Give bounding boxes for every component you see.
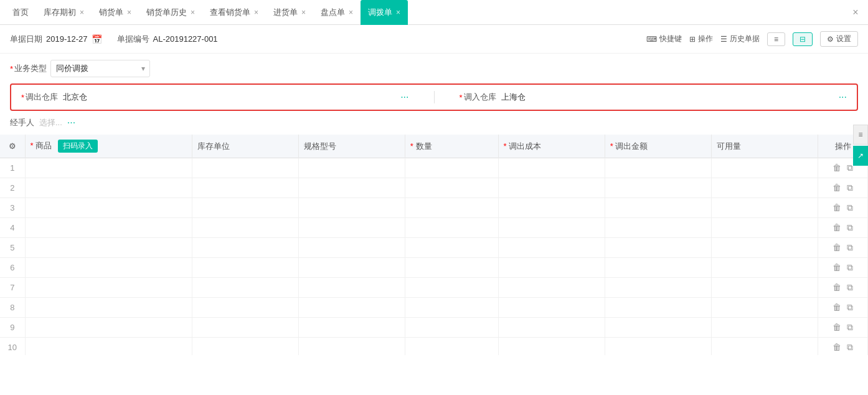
row-unit[interactable] [192, 318, 298, 338]
calendar-icon[interactable]: 📅 [92, 34, 102, 44]
copy-icon[interactable]: ⧉ [847, 222, 853, 232]
row-cost[interactable] [498, 178, 605, 198]
copy-icon[interactable]: ⧉ [847, 242, 853, 252]
tab-inventory-check[interactable]: 盘点单 × [313, 0, 361, 25]
row-qty[interactable] [405, 258, 498, 278]
row-spec[interactable] [298, 158, 405, 178]
row-unit[interactable] [192, 338, 298, 356]
row-qty[interactable] [405, 338, 498, 356]
row-product[interactable] [25, 178, 192, 198]
row-amount[interactable] [605, 278, 711, 298]
row-amount[interactable] [605, 178, 711, 198]
window-close-button[interactable]: × [848, 5, 863, 20]
scan-input-button[interactable]: 扫码录入 [58, 140, 98, 153]
row-amount[interactable] [605, 198, 711, 218]
tab-inventory-init-close[interactable]: × [80, 8, 84, 17]
row-cost[interactable] [498, 298, 605, 318]
business-type-select-wrapper[interactable]: 同价调拨 ▾ [50, 60, 150, 77]
delete-icon[interactable]: 🗑 [833, 242, 841, 252]
row-qty[interactable] [405, 238, 498, 258]
row-spec[interactable] [298, 338, 405, 356]
row-cost[interactable] [498, 198, 605, 218]
tab-sales-history-close[interactable]: × [191, 8, 195, 17]
settings-button[interactable]: ⚙ 设置 [820, 31, 858, 47]
tab-transfer-order-close[interactable]: × [396, 8, 400, 17]
row-cost[interactable] [498, 238, 605, 258]
tab-sales-order-close[interactable]: × [127, 8, 131, 17]
operations-action[interactable]: ⊞ 操作 [689, 34, 713, 44]
row-cost[interactable] [498, 258, 605, 278]
row-spec[interactable] [298, 198, 405, 218]
row-spec[interactable] [298, 278, 405, 298]
delete-icon[interactable]: 🗑 [833, 302, 841, 312]
row-spec[interactable] [298, 238, 405, 258]
row-product[interactable] [25, 278, 192, 298]
row-spec[interactable] [298, 298, 405, 318]
copy-icon[interactable]: ⧉ [847, 282, 853, 292]
row-unit[interactable] [192, 298, 298, 318]
copy-icon[interactable]: ⧉ [847, 342, 853, 352]
col-header-gear[interactable]: ⚙ [0, 135, 25, 158]
row-qty[interactable] [405, 198, 498, 218]
grid-view-button[interactable]: ⊟ [793, 32, 813, 46]
row-qty[interactable] [405, 158, 498, 178]
list-view-button[interactable]: ≡ [767, 32, 785, 46]
row-amount[interactable] [605, 318, 711, 338]
shortcuts-action[interactable]: ⌨ 快捷键 [646, 34, 682, 44]
delete-icon[interactable]: 🗑 [833, 322, 841, 332]
row-product[interactable] [25, 298, 192, 318]
row-product[interactable] [25, 218, 192, 238]
row-cost[interactable] [498, 278, 605, 298]
row-product[interactable] [25, 158, 192, 178]
tab-inventory-init[interactable]: 库存期初 × [36, 0, 92, 25]
copy-icon[interactable]: ⧉ [847, 183, 853, 193]
row-spec[interactable] [298, 258, 405, 278]
row-unit[interactable] [192, 238, 298, 258]
row-amount[interactable] [605, 298, 711, 318]
business-type-select[interactable]: 同价调拨 [50, 60, 150, 77]
copy-icon[interactable]: ⧉ [847, 302, 853, 312]
row-product[interactable] [25, 258, 192, 278]
row-cost[interactable] [498, 338, 605, 356]
float-list-button[interactable]: ≡ [853, 125, 868, 145]
delete-icon[interactable]: 🗑 [833, 282, 841, 292]
row-spec[interactable] [298, 178, 405, 198]
copy-icon[interactable]: ⧉ [847, 202, 853, 212]
history-action[interactable]: ☰ 历史单据 [720, 34, 760, 44]
row-qty[interactable] [405, 278, 498, 298]
tab-view-sales-close[interactable]: × [254, 8, 258, 17]
tab-view-sales[interactable]: 查看销货单 × [202, 0, 266, 25]
row-amount[interactable] [605, 218, 711, 238]
row-amount[interactable] [605, 158, 711, 178]
row-spec[interactable] [298, 318, 405, 338]
row-unit[interactable] [192, 258, 298, 278]
row-product[interactable] [25, 338, 192, 356]
tab-purchase-order[interactable]: 进货单 × [266, 0, 313, 25]
delete-icon[interactable]: 🗑 [833, 163, 841, 173]
tab-sales-history[interactable]: 销货单历史 × [139, 0, 202, 25]
float-external-button[interactable]: ↗ [853, 146, 868, 166]
row-unit[interactable] [192, 278, 298, 298]
row-unit[interactable] [192, 178, 298, 198]
delete-icon[interactable]: 🗑 [833, 262, 841, 272]
row-product[interactable] [25, 198, 192, 218]
row-qty[interactable] [405, 178, 498, 198]
tab-purchase-order-close[interactable]: × [301, 8, 306, 17]
row-product[interactable] [25, 318, 192, 338]
tab-sales-order[interactable]: 销货单 × [92, 0, 139, 25]
in-warehouse-more-button[interactable]: ··· [839, 92, 847, 103]
copy-icon[interactable]: ⧉ [847, 322, 853, 332]
row-qty[interactable] [405, 318, 498, 338]
delete-icon[interactable]: 🗑 [833, 202, 841, 212]
copy-icon[interactable]: ⧉ [847, 262, 853, 272]
row-amount[interactable] [605, 258, 711, 278]
person-input[interactable]: 选择... [39, 117, 62, 128]
row-cost[interactable] [498, 218, 605, 238]
tab-inventory-check-close[interactable]: × [349, 8, 353, 17]
row-product[interactable] [25, 238, 192, 258]
tab-home[interactable]: 首页 [5, 0, 36, 25]
delete-icon[interactable]: 🗑 [833, 222, 841, 232]
row-cost[interactable] [498, 158, 605, 178]
row-unit[interactable] [192, 158, 298, 178]
delete-icon[interactable]: 🗑 [833, 342, 841, 352]
